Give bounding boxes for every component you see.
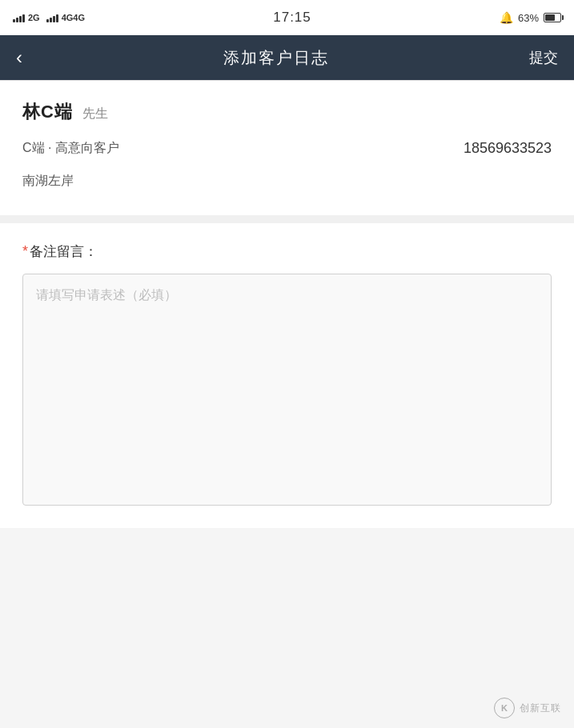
signal-icon-2: [46, 13, 58, 22]
customer-tag: C端 · 高意向客户: [22, 140, 119, 157]
remark-textarea[interactable]: [22, 274, 552, 506]
customer-phone: 18569633523: [464, 140, 552, 157]
battery-percent: 63%: [518, 12, 539, 24]
submit-button[interactable]: 提交: [529, 48, 558, 67]
notification-icon: 🔔: [500, 11, 513, 24]
required-indicator: *: [22, 243, 28, 259]
watermark-text: 创新互联: [520, 702, 561, 715]
customer-title-suffix: 先生: [82, 106, 108, 122]
status-time: 17:15: [273, 10, 311, 26]
customer-name: 林C端: [22, 100, 73, 124]
watermark: K 创新互联: [494, 698, 561, 718]
status-bar: 2G 4G4G 17:15 🔔 63%: [0, 0, 574, 35]
status-right-area: 🔔 63%: [500, 11, 561, 24]
signal-icon: [13, 13, 25, 22]
customer-info-section: 林C端 先生 C端 · 高意向客户 18569633523 南湖左岸: [0, 81, 574, 215]
watermark-logo: K: [494, 698, 515, 718]
customer-detail-row: C端 · 高意向客户 18569633523: [22, 140, 552, 157]
form-label: *备注留言：: [22, 242, 552, 261]
network-type-1: 2G: [28, 13, 40, 22]
customer-address: 南湖左岸: [22, 173, 552, 190]
form-label-text: 备注留言：: [30, 244, 98, 259]
section-divider: [0, 215, 574, 223]
form-section: *备注留言：: [0, 223, 574, 528]
signal-area: 2G 4G4G: [13, 13, 85, 22]
battery-icon: [544, 13, 561, 22]
nav-bar: ‹ 添加客户日志 提交: [0, 35, 574, 80]
customer-name-row: 林C端 先生: [22, 100, 552, 124]
network-type-2: 4G4G: [62, 13, 85, 22]
page-title: 添加客户日志: [223, 47, 329, 69]
back-button[interactable]: ‹: [16, 48, 22, 67]
